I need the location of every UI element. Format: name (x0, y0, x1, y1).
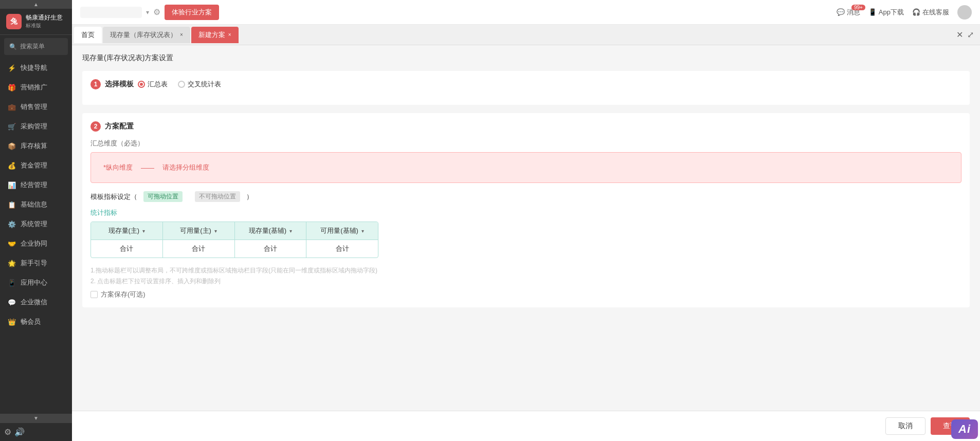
message-btn[interactable]: 💬 消息 99+ (837, 8, 860, 17)
stats-header-col4[interactable]: 可用量(基辅) ▾ (306, 222, 378, 240)
stats-header-col2[interactable]: 可用量(主) ▾ (163, 222, 235, 240)
metrics-close: ） (246, 192, 253, 201)
stats-header-col3[interactable]: 现存量(基辅) ▾ (235, 222, 307, 240)
tab-inventory-close-icon[interactable]: × (180, 32, 183, 38)
main-area: ▾ ⚙ 体验行业方案 💬 消息 99+ 📱 App下载 🎧 在线客服 (72, 0, 980, 441)
tab-expand-icon[interactable]: ⤢ (967, 30, 974, 40)
tab-inventory[interactable]: 现存量（库存状况表） × (103, 27, 190, 43)
template-radio-group: 汇总表 交叉统计表 (138, 80, 221, 89)
tab-home[interactable]: 首页 (74, 27, 102, 43)
purchase-label: 采购管理 (21, 122, 47, 131)
stats-cell-3: 合计 (235, 240, 307, 258)
inventory-icon: 📦 (7, 141, 16, 151)
sidebar-item-system[interactable]: ⚙️ 系统管理 (0, 214, 72, 234)
sidebar-item-newguide[interactable]: 🌟 新手引导 (0, 253, 72, 273)
stats-title: 统计指标 (90, 208, 961, 217)
metrics-draggable-tag: 可拖动位置 (143, 191, 183, 202)
stats-table-header: 现存量(主) ▾ 可用量(主) ▾ 现存量(基辅) ▾ 可用量(基辅) (91, 222, 378, 240)
newguide-label: 新手引导 (21, 259, 47, 268)
topbar: ▾ ⚙ 体验行业方案 💬 消息 99+ 📱 App下载 🎧 在线客服 (72, 0, 980, 25)
tip2: 2. 点击标题栏下拉可设置排序、插入列和删除列 (90, 277, 961, 286)
ai-badge: Ai (951, 419, 978, 439)
operation-icon: 📊 (7, 180, 16, 190)
radio-cross[interactable]: 交叉统计表 (178, 80, 221, 89)
sidebar-bottom: ⚙ 🔊 (0, 422, 72, 441)
appcenter-icon: 📱 (7, 278, 16, 287)
sidebar-item-member[interactable]: 👑 畅会员 (0, 312, 72, 332)
topbar-input[interactable] (80, 7, 142, 18)
tip1: 1.拖动标题栏可以调整布局，不可跨维度或指标区域拖动栏目字段(只能在同一维度或指… (90, 266, 961, 275)
app-sub: 标准版 (26, 22, 63, 29)
save-option-label: 方案保存(可选) (101, 290, 146, 299)
save-option: 方案保存(可选) (90, 290, 961, 299)
topbar-chevron-icon[interactable]: ▾ (146, 9, 149, 16)
sidebar-item-quick-nav[interactable]: ⚡ 快捷导航 (0, 58, 72, 78)
user-avatar[interactable] (957, 5, 972, 20)
stats-cell-1: 合计 (91, 240, 163, 258)
topbar-left: ▾ ⚙ 体验行业方案 (80, 5, 830, 20)
tab-new-plan[interactable]: 新建方案 × (191, 27, 239, 43)
inventory-label: 库存核算 (21, 141, 47, 151)
radio-cross-label: 交叉统计表 (188, 80, 221, 89)
sidebar-item-appcenter[interactable]: 📱 应用中心 (0, 273, 72, 292)
search-label: 搜索菜单 (20, 42, 45, 51)
logo-icon: 兔 (6, 14, 22, 29)
marketing-label: 营销推广 (21, 83, 47, 92)
section1-header: 1 选择模板 汇总表 交叉统计表 (90, 79, 961, 89)
trial-btn[interactable]: 体验行业方案 (165, 5, 219, 20)
section1-num: 1 (90, 79, 101, 89)
page-content: 现存量(库存状况表)方案设置 1 选择模板 汇总表 交叉统计表 (72, 45, 980, 411)
app-icon: 📱 (868, 8, 877, 16)
app-name: 畅康通好生意 (26, 14, 63, 22)
section1-title: 选择模板 (105, 80, 134, 89)
marketing-icon: 🎁 (7, 83, 16, 92)
stats-header-col2-label: 可用量(主) (180, 226, 211, 235)
tab-home-label: 首页 (81, 30, 95, 40)
dimension-area[interactable]: *纵向维度 —— 请选择分组维度 (90, 152, 961, 183)
newguide-icon: 🌟 (7, 259, 16, 268)
service-label: 在线客服 (922, 8, 949, 17)
sidebar-item-wechat[interactable]: 💬 企业微信 (0, 292, 72, 312)
stats-header-col4-chevron: ▾ (361, 228, 364, 234)
cancel-button[interactable]: 取消 (885, 417, 925, 435)
sidebar-item-purchase[interactable]: 🛒 采购管理 (0, 117, 72, 136)
save-checkbox[interactable] (90, 291, 98, 298)
finance-icon: 💰 (7, 161, 16, 170)
cooperation-label: 企业协同 (21, 239, 47, 248)
tab-new-plan-close-icon[interactable]: × (228, 32, 231, 38)
tabs-bar: 首页 现存量（库存状况表） × 新建方案 × ✕ ⤢ (72, 25, 980, 45)
page-footer: 取消 查询 (72, 411, 980, 441)
stats-header-col3-label: 现存量(基辅) (249, 226, 287, 235)
settings-icon[interactable]: ⚙ (4, 427, 11, 437)
stats-header-col1[interactable]: 现存量(主) ▾ (91, 222, 163, 240)
app-label: App下载 (879, 8, 904, 17)
quick-nav-label: 快捷导航 (21, 63, 47, 72)
radio-summary[interactable]: 汇总表 (138, 80, 168, 89)
section-template: 1 选择模板 汇总表 交叉统计表 (82, 71, 970, 105)
service-btn[interactable]: 🎧 在线客服 (912, 8, 949, 17)
sales-label: 销售管理 (21, 102, 47, 112)
message-badge: 99+ (851, 5, 865, 10)
sidebar-item-cooperation[interactable]: 🤝 企业协同 (0, 234, 72, 253)
sound-icon[interactable]: 🔊 (14, 427, 25, 437)
sidebar-logo: 兔 畅康通好生意 标准版 (0, 9, 72, 35)
sidebar-item-sales[interactable]: 💼 销售管理 (0, 97, 72, 117)
tab-inventory-label: 现存量（库存状况表） (110, 30, 177, 40)
wechat-icon: 💬 (7, 298, 16, 307)
sidebar-scroll-up[interactable]: ▲ (0, 0, 72, 9)
sidebar-item-marketing[interactable]: 🎁 营销推广 (0, 78, 72, 97)
section2-title: 方案配置 (105, 122, 134, 131)
sidebar-item-basic[interactable]: 📋 基础信息 (0, 195, 72, 214)
sidebar-search[interactable]: 🔍 搜索菜单 (4, 38, 68, 55)
sidebar-item-inventory[interactable]: 📦 库存核算 (0, 136, 72, 156)
app-download-btn[interactable]: 📱 App下载 (868, 8, 904, 17)
sidebar-scroll-down[interactable]: ▼ (0, 414, 72, 422)
sidebar-item-finance[interactable]: 💰 资金管理 (0, 156, 72, 175)
topbar-gear-icon[interactable]: ⚙ (153, 7, 160, 17)
stats-header-col1-label: 现存量(主) (108, 226, 140, 235)
basic-icon: 📋 (7, 200, 16, 209)
tips-section: 1.拖动标题栏可以调整布局，不可跨维度或指标区域拖动栏目字段(只能在同一维度或指… (90, 266, 961, 286)
tab-close-all-icon[interactable]: ✕ (956, 30, 963, 40)
section2-header: 2 方案配置 (90, 121, 961, 132)
sidebar-item-operation[interactable]: 📊 经营管理 (0, 175, 72, 195)
